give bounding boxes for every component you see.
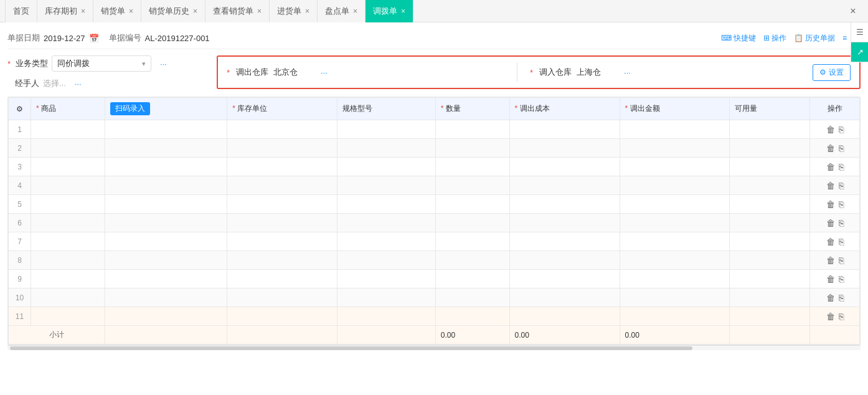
scan-button[interactable]: 扫码录入 xyxy=(110,102,150,115)
product-cell[interactable] xyxy=(31,120,105,139)
delete-icon[interactable]: 🗑 xyxy=(826,255,835,265)
product-cell[interactable] xyxy=(31,232,105,251)
product-cell[interactable] xyxy=(31,214,105,232)
unit-cell[interactable] xyxy=(227,195,337,214)
unit-cell[interactable] xyxy=(227,214,337,232)
warehouse-out-more[interactable]: ··· xyxy=(321,68,328,77)
unit-cell[interactable] xyxy=(227,139,337,158)
copy-icon[interactable]: ⎘ xyxy=(839,237,844,247)
cost-cell[interactable] xyxy=(509,139,620,158)
delete-icon[interactable]: 🗑 xyxy=(826,162,835,172)
quantity-cell[interactable] xyxy=(435,176,509,195)
copy-icon[interactable]: ⎘ xyxy=(839,181,844,191)
unit-cell[interactable] xyxy=(227,158,337,176)
spec-cell[interactable] xyxy=(337,158,436,176)
tab-sales-order[interactable]: 销货单 × xyxy=(93,0,141,22)
product-cell[interactable] xyxy=(31,139,105,158)
unit-cell[interactable] xyxy=(227,176,337,195)
tab-stocktake-close[interactable]: × xyxy=(353,7,357,16)
delete-icon[interactable]: 🗑 xyxy=(826,199,835,209)
spec-cell[interactable] xyxy=(337,288,436,307)
quantity-cell[interactable] xyxy=(435,139,509,158)
product-cell[interactable] xyxy=(31,176,105,195)
warehouse-in-more[interactable]: ··· xyxy=(624,68,631,77)
shortcut-button[interactable]: ⌨ 快捷键 xyxy=(721,33,756,44)
quantity-cell[interactable] xyxy=(435,288,509,307)
amount-cell[interactable] xyxy=(620,195,730,214)
amount-cell[interactable] xyxy=(620,158,730,176)
copy-icon[interactable]: ⎘ xyxy=(839,143,844,153)
col-settings[interactable]: ⚙ xyxy=(9,98,31,120)
amount-cell[interactable] xyxy=(620,251,730,270)
cost-cell-11[interactable] xyxy=(509,307,620,326)
cost-cell[interactable] xyxy=(509,232,620,251)
spec-cell[interactable] xyxy=(337,195,436,214)
copy-icon[interactable]: ⎘ xyxy=(839,199,844,209)
spec-cell[interactable] xyxy=(337,270,436,288)
amount-cell[interactable] xyxy=(620,120,730,139)
delete-icon[interactable]: 🗑 xyxy=(826,237,835,247)
tab-sales-order-close[interactable]: × xyxy=(129,7,133,16)
spec-cell[interactable] xyxy=(337,176,436,195)
quantity-cell[interactable] xyxy=(435,120,509,139)
quantity-cell[interactable] xyxy=(435,251,509,270)
tab-transfer[interactable]: 调拨单 × xyxy=(366,0,413,22)
business-type-select[interactable]: 同价调拨 ▾ xyxy=(52,55,151,72)
unit-cell[interactable] xyxy=(227,251,337,270)
quantity-cell[interactable] xyxy=(435,158,509,176)
quantity-cell[interactable] xyxy=(435,214,509,232)
amount-cell[interactable] xyxy=(620,288,730,307)
delete-icon[interactable]: 🗑 xyxy=(826,218,835,228)
product-cell[interactable] xyxy=(31,158,105,176)
tab-sales-history[interactable]: 销货单历史 × xyxy=(141,0,205,22)
product-cell[interactable] xyxy=(31,195,105,214)
panel-export-icon[interactable]: ↗ xyxy=(851,42,868,62)
product-cell[interactable] xyxy=(31,270,105,288)
cost-cell[interactable] xyxy=(509,288,620,307)
unit-cell[interactable] xyxy=(227,288,337,307)
delete-icon[interactable]: 🗑 xyxy=(826,293,835,303)
product-cell[interactable] xyxy=(31,251,105,270)
copy-icon[interactable]: ⎘ xyxy=(839,125,844,135)
amount-cell[interactable] xyxy=(620,214,730,232)
tab-view-sales-close[interactable]: × xyxy=(257,7,262,16)
cost-cell[interactable] xyxy=(509,251,620,270)
tab-inventory-init[interactable]: 库存期初 × xyxy=(37,0,93,22)
quantity-cell[interactable] xyxy=(435,270,509,288)
cost-cell[interactable] xyxy=(509,270,620,288)
tab-sales-history-close[interactable]: × xyxy=(193,7,197,16)
copy-icon[interactable]: ⎘ xyxy=(839,218,844,228)
amount-cell[interactable] xyxy=(620,139,730,158)
spec-cell[interactable] xyxy=(337,120,436,139)
spec-cell[interactable] xyxy=(337,251,436,270)
unit-cell-11[interactable] xyxy=(227,307,337,326)
copy-icon[interactable]: ⎘ xyxy=(839,293,844,303)
cost-cell[interactable] xyxy=(509,214,620,232)
operation-button[interactable]: ⊞ 操作 xyxy=(763,33,786,44)
layout-list-button[interactable]: ≡ xyxy=(842,34,847,42)
copy-icon[interactable]: ⎘ xyxy=(839,274,844,284)
spec-cell[interactable] xyxy=(337,232,436,251)
cost-cell[interactable] xyxy=(509,158,620,176)
tab-inventory-init-close[interactable]: × xyxy=(81,7,85,16)
delete-icon[interactable]: 🗑 xyxy=(826,181,835,191)
tab-purchase-close[interactable]: × xyxy=(305,7,309,16)
tab-view-sales[interactable]: 查看销货单 × xyxy=(205,0,270,22)
product-cell[interactable] xyxy=(31,288,105,307)
quantity-cell[interactable] xyxy=(435,195,509,214)
quantity-cell-11[interactable] xyxy=(435,307,509,326)
delete-icon[interactable]: 🗑 xyxy=(826,312,835,321)
panel-list-icon[interactable]: ☰ xyxy=(851,22,868,42)
amount-cell[interactable] xyxy=(620,176,730,195)
person-placeholder[interactable]: 选择... xyxy=(43,78,66,89)
history-button[interactable]: 📋 历史单据 xyxy=(794,33,835,44)
quantity-cell[interactable] xyxy=(435,232,509,251)
settings-button[interactable]: ⚙ 设置 xyxy=(813,64,851,81)
copy-icon[interactable]: ⎘ xyxy=(839,255,844,265)
tab-home[interactable]: 首页 xyxy=(5,0,37,22)
window-close-button[interactable]: × xyxy=(843,1,863,21)
spec-cell[interactable] xyxy=(337,139,436,158)
amount-cell-11[interactable] xyxy=(620,307,730,326)
cost-cell[interactable] xyxy=(509,120,620,139)
product-cell-11[interactable] xyxy=(31,307,105,326)
